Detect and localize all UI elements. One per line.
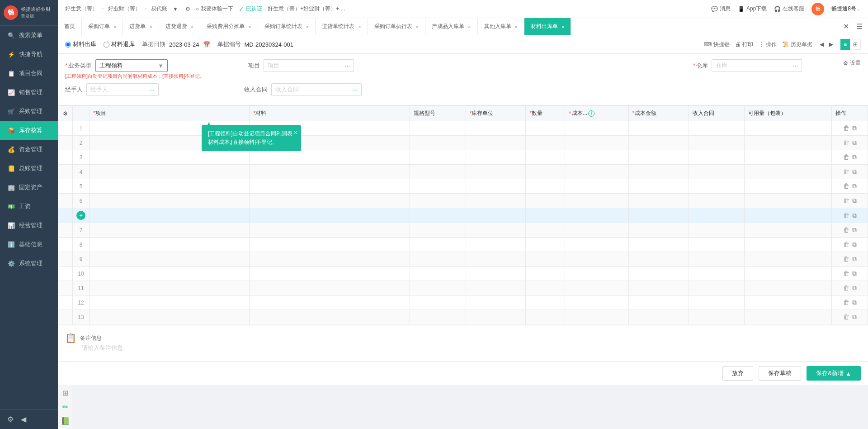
form-settings-btn[interactable]: ⚙ 设置 (843, 59, 861, 67)
row-cost-amount-10[interactable] (628, 252, 689, 267)
support-btn[interactable]: 🎧 在线客服 (774, 5, 804, 13)
tab-purchase-expense[interactable]: 采购费用分摊单 × (200, 18, 258, 35)
row-material-13[interactable] (250, 296, 410, 310)
tab-other-inbound[interactable]: 其他入库单 × (478, 18, 524, 35)
row-cost-amount-3[interactable] (628, 150, 689, 165)
row-copy-icon-4[interactable]: ⧉ (852, 168, 857, 176)
message-btn[interactable]: 💬 消息 (711, 5, 731, 13)
row-project-8[interactable] (90, 223, 250, 238)
row-material-14[interactable] (250, 310, 410, 324)
row-cost-8[interactable] (565, 223, 628, 238)
row-quantity-13[interactable] (526, 296, 565, 310)
row-quantity-6[interactable] (526, 194, 565, 208)
row-copy-icon-6[interactable]: ⧉ (852, 197, 857, 205)
warehouse-search-icon[interactable]: ··· (793, 62, 798, 69)
row-project-5[interactable] (90, 179, 250, 194)
row-material-10[interactable] (250, 252, 410, 267)
row-income-contract-11[interactable] (689, 267, 745, 281)
row-available-14[interactable] (745, 310, 832, 324)
row-warehouse-1[interactable] (466, 121, 526, 136)
user-avatar[interactable]: 畅 (811, 3, 824, 15)
row-quantity-3[interactable] (526, 150, 565, 165)
row-project-6[interactable] (90, 194, 250, 208)
row-income-contract-10[interactable] (689, 252, 745, 267)
row-warehouse-11[interactable] (466, 267, 526, 281)
row-spec-9[interactable] (410, 238, 466, 252)
nav-next-btn[interactable]: ▶ (827, 40, 835, 48)
tab-purchase-order-close[interactable]: × (113, 24, 116, 29)
row-available-4[interactable] (745, 165, 832, 179)
row-income-contract-12[interactable] (689, 281, 745, 296)
right-panel-btn-1[interactable]: ⊞ (62, 389, 68, 397)
row-spec-7[interactable] (410, 208, 466, 223)
row-spec-8[interactable] (410, 223, 466, 238)
row-warehouse-2[interactable] (466, 136, 526, 150)
row-available-9[interactable] (745, 238, 832, 252)
row-spec-14[interactable] (410, 310, 466, 324)
tab-incoming-stat-close[interactable]: × (358, 24, 361, 29)
row-delete-icon-5[interactable]: 🗑 (843, 182, 849, 190)
row-project-7[interactable] (90, 208, 250, 223)
sidebar-collapse-btn[interactable]: ◀ (21, 415, 26, 424)
row-warehouse-12[interactable] (466, 281, 526, 296)
top-nav-item-1[interactable]: 好业财（菁） (108, 5, 141, 13)
top-nav-dropdown[interactable]: ▼ (173, 6, 178, 12)
sidebar-item-sales[interactable]: 📈 销售管理 (0, 83, 58, 102)
row-material-4[interactable] (250, 165, 410, 179)
row-project-12[interactable] (90, 281, 250, 296)
tab-material-outbound-close[interactable]: × (561, 24, 564, 29)
save-draft-button[interactable]: 保存草稿 (759, 366, 801, 381)
tab-incoming-return-close[interactable]: × (191, 24, 193, 29)
date-value[interactable]: 2023-03-24 (169, 41, 199, 48)
row-cost-6[interactable] (565, 194, 628, 208)
row-warehouse-13[interactable] (466, 296, 526, 310)
tab-purchase-stat-close[interactable]: × (306, 24, 309, 29)
right-panel-btn-3[interactable]: 📗 (61, 417, 70, 425)
tab-incoming[interactable]: 进货单 × (123, 18, 159, 35)
tab-purchase-exec-close[interactable]: × (416, 24, 419, 29)
row-project-13[interactable] (90, 296, 250, 310)
row-cost-amount-11[interactable] (628, 267, 689, 281)
row-warehouse-3[interactable] (466, 150, 526, 165)
row-material-6[interactable] (250, 194, 410, 208)
row-cost-amount-14[interactable] (628, 310, 689, 324)
row-quantity-11[interactable] (526, 267, 565, 281)
tab-purchase-order[interactable]: 采购订单 × (82, 18, 123, 35)
doc-value[interactable]: MD-20230324-001 (245, 41, 293, 48)
save-new-button[interactable]: 保存&新增 ▲ (807, 366, 861, 381)
row-project-3[interactable] (90, 150, 250, 165)
row-spec-1[interactable] (410, 121, 466, 136)
sidebar-item-purchase[interactable]: 🛒 采购管理 (0, 102, 58, 121)
row-material-7[interactable] (250, 208, 410, 223)
row-copy-icon-3[interactable]: ⧉ (852, 153, 857, 161)
row-material-5[interactable] (250, 179, 410, 194)
row-cost-amount-9[interactable] (628, 238, 689, 252)
row-warehouse-8[interactable] (466, 223, 526, 238)
row-delete-icon-3[interactable]: 🗑 (843, 153, 849, 161)
history-btn[interactable]: 📜 历史单据 (782, 41, 812, 48)
remark-icon[interactable]: 📋 (65, 333, 76, 343)
row-warehouse-10[interactable] (466, 252, 526, 267)
row-income-contract-8[interactable] (689, 223, 745, 238)
row-available-6[interactable] (745, 194, 832, 208)
row-cost-amount-13[interactable] (628, 296, 689, 310)
row-delete-icon-12[interactable]: 🗑 (843, 284, 849, 292)
tab-purchase-stat[interactable]: 采购订单统计表 × (258, 18, 316, 35)
row-cost-amount-7[interactable] (628, 208, 689, 223)
sidebar-item-basic[interactable]: ℹ️ 基础信息 (0, 235, 58, 254)
row-cost-13[interactable] (565, 296, 628, 310)
row-delete-icon-10[interactable]: 🗑 (843, 255, 849, 263)
row-material-11[interactable] (250, 267, 410, 281)
print-btn[interactable]: 🖨 打印 (735, 41, 753, 48)
tab-menu-btn[interactable]: ☰ (854, 20, 864, 33)
row-delete-icon-6[interactable]: 🗑 (843, 197, 849, 205)
row-quantity-14[interactable] (526, 310, 565, 324)
row-delete-icon-1[interactable]: 🗑 (843, 124, 849, 132)
row-available-12[interactable] (745, 281, 832, 296)
row-available-8[interactable] (745, 223, 832, 238)
row-warehouse-9[interactable] (466, 238, 526, 252)
row-quantity-8[interactable] (526, 223, 565, 238)
tab-incoming-stat[interactable]: 进货单统计表 × (316, 18, 368, 35)
handler-search-icon[interactable]: ··· (149, 86, 155, 93)
row-copy-icon-9[interactable]: ⧉ (852, 241, 857, 248)
